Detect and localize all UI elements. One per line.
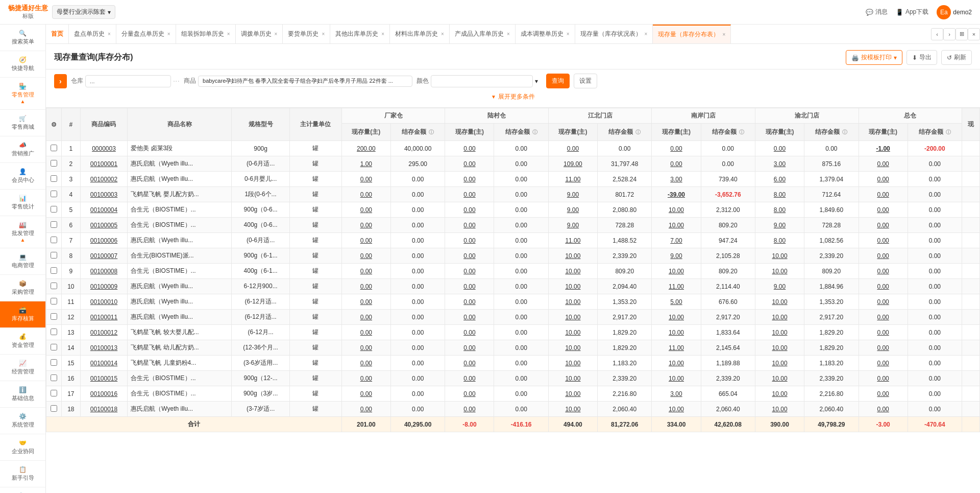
row-lc-amount: 0.00 <box>494 264 548 279</box>
tab-inventory-history-close[interactable]: × <box>108 31 111 37</box>
sidebar-item-retail-stats[interactable]: 📊 零售统计 <box>0 190 45 216</box>
tab-prev-btn[interactable]: ‹ <box>931 28 943 40</box>
row-checkbox[interactable] <box>46 279 62 294</box>
th-cy-stock: 现存量(主) <box>341 124 390 141</box>
row-checkbox[interactable] <box>46 402 62 417</box>
refresh-label: 刷新 <box>954 53 966 62</box>
tab-outbound-history-close[interactable]: × <box>381 31 384 37</box>
inventory-table: ⚙ # 商品编码 商品名称 规格型号 主计量单位 厂家仓 陆村仓 江北门店 南岸… <box>46 108 980 432</box>
query-btn[interactable]: 查询 <box>546 74 570 88</box>
row-checkbox[interactable] <box>46 172 62 187</box>
tab-expand-btn[interactable]: ⊞ <box>955 28 968 40</box>
row-lc-stock: 0.00 <box>445 310 494 325</box>
row-checkbox[interactable] <box>46 371 62 386</box>
tab-home[interactable]: 首页 <box>46 25 69 44</box>
table-row: 1 0000003 爱他美 卤莱3段 900g 罐 200.00 40,000.… <box>46 141 980 156</box>
sidebar-item-wholesale[interactable]: 🏭 批发管理 ▲ <box>0 216 45 248</box>
expand-icon: ▼ <box>491 94 496 100</box>
tab-order-history[interactable]: 要货单历史 × <box>283 25 330 44</box>
row-checkbox[interactable] <box>46 202 62 218</box>
sidebar-item-system[interactable]: ⚙️ 系统管理 <box>0 408 45 434</box>
tab-inventory-history[interactable]: 盘点单历史 × <box>69 25 116 44</box>
sidebar-item-nav[interactable]: 🧭 快捷导航 <box>0 51 45 78</box>
sidebar-item-finance[interactable]: 💰 资金管理 <box>0 328 45 355</box>
sidebar-item-guide[interactable]: 📋 新手引导 <box>0 461 45 487</box>
row-checkbox[interactable] <box>46 141 62 156</box>
tab-transfer-history[interactable]: 调拨单历史 × <box>236 25 283 44</box>
row-checkbox[interactable] <box>46 340 62 356</box>
stats-icon: 📊 <box>2 195 43 202</box>
row-checkbox[interactable] <box>46 310 62 325</box>
row-checkbox[interactable] <box>46 264 62 279</box>
sidebar-item-purchase[interactable]: 📦 采购管理 <box>0 275 45 301</box>
color-input[interactable] <box>431 75 533 87</box>
refresh-btn[interactable]: ↺ 刷新 <box>941 50 972 65</box>
tab-assembly-history-close[interactable]: × <box>227 31 230 37</box>
warehouse-input[interactable] <box>85 75 171 87</box>
row-num: 9 <box>62 264 81 279</box>
sidebar-item-apps[interactable]: 🔧 应用中心 <box>0 487 45 493</box>
row-spec: 400g（0-6... <box>232 218 290 233</box>
sidebar-item-marketing[interactable]: 📣 营销推广 <box>0 136 45 163</box>
row-yb-amount: 728.28 <box>804 218 859 233</box>
tab-next-btn[interactable]: › <box>943 28 955 40</box>
industry-selector[interactable]: 母婴行业演示陈套 ▾ <box>52 5 115 19</box>
row-checkbox[interactable] <box>46 233 62 248</box>
sidebar-item-ecommerce[interactable]: 💻 电商管理 <box>0 248 45 275</box>
print-btn[interactable]: 🖨️ 按模板打印 ▾ <box>846 50 902 65</box>
row-checkbox[interactable] <box>46 218 62 233</box>
row-code: 0000003 <box>80 141 128 156</box>
sidebar-item-basics[interactable]: ℹ️ 基础信息 <box>0 381 45 408</box>
row-checkbox[interactable] <box>46 294 62 310</box>
sidebar-item-operations[interactable]: 📈 经营管理 <box>0 355 45 381</box>
row-code: 00100008 <box>80 264 128 279</box>
system-icon: ⚙️ <box>2 413 43 420</box>
sidebar-item-inventory[interactable]: 🗃️ 库存核算 <box>0 301 45 328</box>
row-checkbox[interactable] <box>46 386 62 402</box>
goods-input[interactable] <box>198 76 412 87</box>
tab-cost-adjustment[interactable]: 成本调整单历史 × <box>516 25 575 44</box>
tab-order-history-close[interactable]: × <box>322 31 325 37</box>
row-checkbox[interactable] <box>46 156 62 172</box>
tab-cost-adjustment-close[interactable]: × <box>567 31 570 37</box>
tab-close-all-btn[interactable]: × <box>968 28 980 40</box>
row-checkbox[interactable] <box>46 356 62 371</box>
row-spec: (6-12月适... <box>232 310 290 325</box>
ecommerce-icon: 💻 <box>2 253 43 261</box>
row-cy-stock: 0.00 <box>341 202 390 218</box>
sidebar-item-retail-mall[interactable]: 🛒 零售商城 <box>0 110 45 136</box>
tab-partial-history[interactable]: 分量盘点单历史 × <box>116 25 176 44</box>
row-num: 10 <box>62 279 81 294</box>
row-jb-stock: 10.00 <box>548 294 597 310</box>
app-download-action[interactable]: 📱 App下载 <box>896 8 928 16</box>
row-checkbox[interactable] <box>46 325 62 340</box>
tab-material-history[interactable]: 材料出库单历史 × <box>390 25 450 44</box>
sidebar-item-collab[interactable]: 🤝 企业协同 <box>0 434 45 461</box>
tab-stock-status[interactable]: 现存量（库存状况表） × <box>575 25 653 44</box>
row-cy-stock: 0.00 <box>341 264 390 279</box>
sidebar-item-search[interactable]: 🔍 搜索英单 <box>0 25 45 51</box>
settings-btn[interactable]: 设置 <box>574 74 597 88</box>
expand-orange-btn[interactable]: › <box>54 74 67 88</box>
export-btn[interactable]: ⬇ 导出 <box>906 50 937 65</box>
tab-outbound-history[interactable]: 其他出库单历史 × <box>330 25 390 44</box>
row-checkbox[interactable] <box>46 187 62 202</box>
user-area[interactable]: Ea demo2 <box>937 5 972 19</box>
tab-stock-distribution[interactable]: 现存量（库存分布表） × <box>653 25 731 44</box>
tab-stock-distribution-close[interactable]: × <box>722 32 725 37</box>
tab-transfer-history-close[interactable]: × <box>275 31 278 37</box>
expand-more-btn[interactable]: ▼ 展开更多条件 <box>54 90 972 103</box>
tab-assembly-history[interactable]: 组装拆卸单历史 × <box>176 25 236 44</box>
tab-product-inbound[interactable]: 产成品入库单历史 × <box>450 25 516 44</box>
row-total-amount: 0.00 <box>908 202 962 218</box>
sidebar-item-member[interactable]: 👤 会员中心 <box>0 163 45 190</box>
row-checkbox[interactable] <box>46 248 62 264</box>
tab-stock-status-close[interactable]: × <box>645 31 648 37</box>
tab-product-inbound-close[interactable]: × <box>507 31 510 37</box>
sidebar-item-retail-mgmt[interactable]: 🏪 零售管理 ▲ <box>0 78 45 110</box>
row-total-stock: 0.00 <box>859 156 908 172</box>
tab-material-history-close[interactable]: × <box>441 31 444 37</box>
message-action[interactable]: 💬 消息 <box>866 8 888 16</box>
tab-partial-history-close[interactable]: × <box>167 31 170 37</box>
th-settings[interactable]: ⚙ <box>46 108 62 141</box>
